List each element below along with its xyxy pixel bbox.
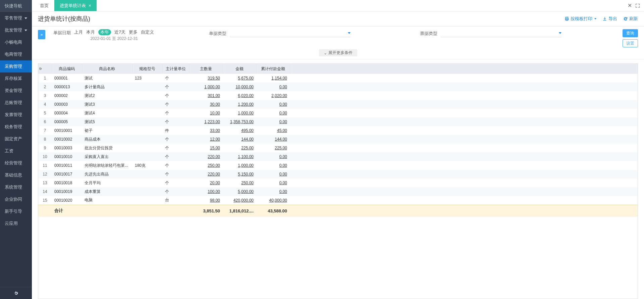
tab-active[interactable]: 进货单统计表 × bbox=[54, 0, 97, 11]
sidebar-item-0[interactable]: 快捷导航 bbox=[0, 0, 32, 12]
table-row[interactable]: 1100010011光明咕浓咕浓轻巧包莱...180克个250.001,000.… bbox=[38, 161, 638, 170]
sidebar-item-3[interactable]: 小畅电商 bbox=[0, 36, 32, 48]
cell-amount[interactable]: 6,020.00 bbox=[223, 91, 256, 100]
sidebar-item-17[interactable]: 新手引导 bbox=[0, 205, 32, 217]
cell-paid[interactable]: 0.00 bbox=[256, 161, 290, 170]
doc-type-select[interactable] bbox=[230, 29, 351, 37]
cell-paid[interactable]: 0.00 bbox=[256, 152, 290, 161]
cell-amount[interactable]: 1,000.00 bbox=[223, 161, 256, 170]
cell-qty[interactable]: 15.00 bbox=[189, 144, 223, 152]
cell-paid[interactable]: 0.00 bbox=[256, 187, 290, 196]
cell-paid[interactable]: 0.00 bbox=[256, 179, 290, 187]
table-row[interactable]: 3000002测试2个301.006,020.002,020.00 bbox=[38, 91, 638, 100]
cell-paid[interactable]: 225.00 bbox=[256, 144, 290, 152]
sidebar-item-2[interactable]: 批发管理 bbox=[0, 24, 32, 36]
cell-paid[interactable]: 0.00 bbox=[256, 109, 290, 117]
date-tab[interactable]: 近7天 bbox=[114, 29, 125, 35]
table-row[interactable]: 800010002商品成本个12.00144.00144.00 bbox=[38, 135, 638, 144]
cell-qty[interactable]: 20.00 bbox=[189, 179, 223, 187]
sidebar-item-11[interactable]: 固定资产 bbox=[0, 133, 32, 145]
sidebar-item-18[interactable]: 云应用 bbox=[0, 217, 32, 230]
refresh-button[interactable]: 刷新 bbox=[623, 16, 638, 22]
sidebar-item-1[interactable]: 零售管理 bbox=[0, 12, 32, 24]
cell-qty[interactable]: 1,000.00 bbox=[189, 83, 223, 91]
cell-amount[interactable]: 225.00 bbox=[223, 144, 256, 152]
cell-amount[interactable]: 5,000.00 bbox=[223, 187, 256, 196]
sidebar-item-4[interactable]: 电商管理 bbox=[0, 48, 32, 60]
cell-paid[interactable]: 45.00 bbox=[256, 126, 290, 135]
table-row[interactable]: 1000001测试123个319.505,675.001,154.00 bbox=[38, 74, 638, 83]
expand-toggle[interactable]: » bbox=[38, 30, 45, 39]
table-row[interactable]: 5000004测试4个10.001,000.000.00 bbox=[38, 109, 638, 117]
gear-col-header[interactable] bbox=[38, 64, 52, 74]
cell-paid[interactable]: 0.00 bbox=[256, 117, 290, 126]
close-icon[interactable]: × bbox=[89, 3, 91, 8]
cell-amount[interactable]: 144.00 bbox=[223, 135, 256, 144]
cell-amount[interactable]: 5,150.00 bbox=[223, 170, 256, 179]
print-button[interactable]: 按模板打印 bbox=[565, 16, 596, 22]
cell-amount[interactable]: 1,000.00 bbox=[223, 109, 256, 117]
table-row[interactable]: 4000003测试3个30.001,200.000.00 bbox=[38, 100, 638, 109]
col-spec[interactable]: 规格型号 bbox=[132, 64, 162, 74]
cell-qty[interactable]: 10.00 bbox=[189, 109, 223, 117]
table-row[interactable]: 900010003批次分货位拣货个15.00225.00225.00 bbox=[38, 144, 638, 152]
cell-amount[interactable]: 5,675.00 bbox=[223, 74, 256, 83]
date-tab[interactable]: 更多 bbox=[129, 29, 138, 35]
tab-home[interactable]: 首页 bbox=[35, 0, 54, 11]
col-qty[interactable]: 主数量 bbox=[189, 64, 223, 74]
sidebar-item-9[interactable]: 发票管理 bbox=[0, 109, 32, 121]
cell-amount[interactable]: 1,100.00 bbox=[223, 152, 256, 161]
date-tab[interactable]: 自定义 bbox=[141, 29, 154, 35]
sidebar-item-14[interactable]: 基础信息 bbox=[0, 169, 32, 181]
sidebar-settings[interactable] bbox=[0, 287, 32, 299]
col-unit[interactable]: 主计量单位 bbox=[162, 64, 189, 74]
cell-qty[interactable]: 1,223.00 bbox=[189, 117, 223, 126]
cell-paid[interactable]: 144.00 bbox=[256, 135, 290, 144]
sidebar-item-10[interactable]: 税务管理 bbox=[0, 121, 32, 133]
cell-paid[interactable]: 0.00 bbox=[256, 100, 290, 109]
table-row[interactable]: 20000013多计量商品个1,000.0010,000.000.00 bbox=[38, 83, 638, 91]
query-button[interactable]: 查询 bbox=[623, 29, 638, 37]
table-row[interactable]: 1200010017先进先出商品个220.005,150.000.00 bbox=[38, 170, 638, 179]
date-tab[interactable]: 本月 bbox=[86, 29, 95, 35]
cell-paid[interactable]: 1,154.00 bbox=[256, 74, 290, 83]
table-row[interactable]: 6000005测试5个1,223.001,358,753.000.00 bbox=[38, 117, 638, 126]
table-row[interactable]: 1000010010采购直入直出个220.001,100.000.00 bbox=[38, 152, 638, 161]
col-amount[interactable]: 金额 bbox=[223, 64, 256, 74]
voucher-type-select[interactable] bbox=[441, 29, 561, 37]
cell-qty[interactable]: 12.00 bbox=[189, 135, 223, 144]
sidebar-item-15[interactable]: 系统管理 bbox=[0, 181, 32, 193]
sidebar-item-12[interactable]: 工资 bbox=[0, 145, 32, 157]
date-tab[interactable]: 本年 bbox=[98, 29, 111, 35]
cell-qty[interactable]: 220.00 bbox=[189, 170, 223, 179]
cell-qty[interactable]: 33.00 bbox=[189, 126, 223, 135]
cell-amount[interactable]: 1,358,753.00 bbox=[223, 117, 256, 126]
expand-more-link[interactable]: ⌄ 展开更多条件 bbox=[319, 49, 357, 56]
sidebar-item-6[interactable]: 库存核算 bbox=[0, 72, 32, 85]
cell-qty[interactable]: 100.00 bbox=[189, 187, 223, 196]
date-tab[interactable]: 上月 bbox=[74, 29, 83, 35]
cell-paid[interactable]: 0.00 bbox=[256, 170, 290, 179]
fullscreen-icon[interactable] bbox=[635, 3, 640, 8]
cell-amount[interactable]: 10,000.00 bbox=[223, 83, 256, 91]
cell-amount[interactable]: 495.00 bbox=[223, 126, 256, 135]
sidebar-item-5[interactable]: 采购管理 bbox=[0, 60, 32, 72]
cell-qty[interactable]: 220.00 bbox=[189, 152, 223, 161]
cell-amount[interactable]: 420,000.00 bbox=[223, 196, 256, 205]
cell-qty[interactable]: 319.50 bbox=[189, 74, 223, 83]
col-code[interactable]: 商品编码 bbox=[52, 64, 82, 74]
table-row[interactable]: 700010001裙子件33.00495.0045.00 bbox=[38, 126, 638, 135]
col-paid[interactable]: 累计付款金额 bbox=[256, 64, 290, 74]
cell-paid[interactable]: 40,000.00 bbox=[256, 196, 290, 205]
sidebar-item-16[interactable]: 企业协同 bbox=[0, 193, 32, 205]
settings-button[interactable]: 设置 bbox=[623, 39, 638, 47]
cell-qty[interactable]: 250.00 bbox=[189, 161, 223, 170]
cell-qty[interactable]: 30.00 bbox=[189, 100, 223, 109]
cell-paid[interactable]: 0.00 bbox=[256, 83, 290, 91]
cell-amount[interactable]: 250.00 bbox=[223, 179, 256, 187]
cell-qty[interactable]: 98.00 bbox=[189, 196, 223, 205]
table-row[interactable]: 1500010020电脑台98.00420,000.0040,000.00 bbox=[38, 196, 638, 205]
col-name[interactable]: 商品名称 bbox=[82, 64, 132, 74]
cell-amount[interactable]: 1,200.00 bbox=[223, 100, 256, 109]
table-row[interactable]: 1400010019成本重算个100.005,000.000.00 bbox=[38, 187, 638, 196]
